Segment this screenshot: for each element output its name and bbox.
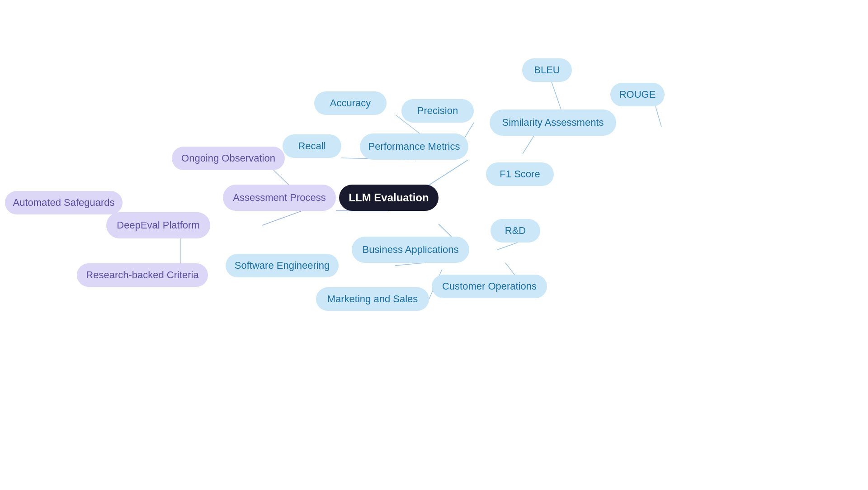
customer-operations-node[interactable]: Customer Operations [432,275,547,298]
svg-line-11 [262,211,302,225]
business-applications-node[interactable]: Business Applications [352,237,469,263]
assessment-process-node[interactable]: Assessment Process [223,185,336,211]
accuracy-node[interactable]: Accuracy [314,91,387,115]
svg-line-17 [497,243,518,250]
recall-node[interactable]: Recall [283,134,341,158]
deepeval-platform-node[interactable]: DeepEval Platform [106,212,210,238]
svg-line-6 [523,134,535,154]
f1-score-node[interactable]: F1 Score [486,162,554,186]
marketing-sales-node[interactable]: Marketing and Sales [316,287,429,311]
ongoing-observation-node[interactable]: Ongoing Observation [172,147,285,170]
svg-line-9 [656,106,661,127]
bleu-node[interactable]: BLEU [522,58,572,82]
automated-safeguards-node[interactable]: Automated Safeguards [5,191,123,214]
precision-node[interactable]: Precision [401,99,474,123]
performance-metrics-node[interactable]: Performance Metrics [360,133,468,160]
similarity-assessments-node[interactable]: Similarity Assessments [490,109,616,136]
research-backed-criteria-node[interactable]: Research-backed Criteria [77,263,208,287]
rd-node[interactable]: R&D [491,219,540,243]
center-node[interactable]: LLM Evaluation [339,185,439,211]
software-engineering-node[interactable]: Software Engineering [226,254,339,277]
svg-line-14 [395,263,424,266]
rouge-node[interactable]: ROUGE [610,83,665,106]
